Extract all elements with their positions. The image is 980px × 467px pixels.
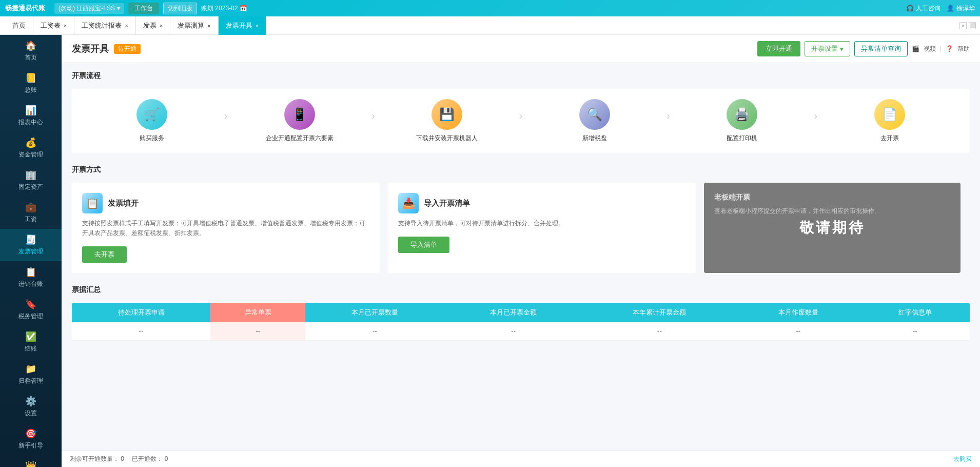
sidebar-item-ledger[interactable]: 📒 总账 xyxy=(0,67,62,100)
video-icon: 🎬 xyxy=(912,45,919,52)
col-month-count: 本月已开票数量 xyxy=(305,303,444,322)
tab-invoice-issue[interactable]: 发票开具 × xyxy=(219,16,266,35)
sidebar-item-archive[interactable]: 📁 归档管理 xyxy=(0,358,62,391)
col-month-amount: 本月已开票金额 xyxy=(444,303,582,322)
arrow-2: › xyxy=(371,110,375,132)
tab-invoice-issue-close[interactable]: × xyxy=(256,23,259,29)
opened-value: 0 xyxy=(165,455,168,462)
coming-soon-text: 敬请期待 xyxy=(799,218,865,238)
calendar-icon[interactable]: 📅 xyxy=(240,5,247,12)
printer-icon: 🖨️ xyxy=(727,99,757,130)
method-card-old: 老板端开票 查看老板端小程序提交的开票申请，并作出相应的审批操作。 敬请期待 xyxy=(704,183,961,273)
top-bar-left: 畅捷通易代账 (勿动) 江西服宝-LSS ▾ 工作台 切到旧版 账期 2023-… xyxy=(5,3,247,14)
open-settings-button[interactable]: 开票设置 ▾ xyxy=(805,41,850,56)
download-icon: 💾 xyxy=(432,99,462,130)
app-logo: 畅捷通易代账 xyxy=(5,4,45,13)
close-window-button[interactable]: × xyxy=(959,22,967,29)
sidebar-item-salary[interactable]: 💼 工资 xyxy=(0,197,62,229)
cell-pending: -- xyxy=(72,322,210,341)
main-layout: 🏠 首页 📒 总账 📊 报表中心 💰 资金管理 🏢 固定资产 💼 工资 🧾 发票… xyxy=(0,35,980,467)
chevron-down-icon2: ▾ xyxy=(840,45,844,53)
method-title-2: 导入开票清单 xyxy=(424,199,470,208)
reports-icon: 📊 xyxy=(25,105,36,116)
settings-icon: ⚙️ xyxy=(25,396,36,407)
col-red-info: 红字信息单 xyxy=(860,303,970,322)
sidebar-item-assets[interactable]: 🏢 固定资产 xyxy=(0,164,62,197)
tab-invoice-close[interactable]: × xyxy=(160,23,163,29)
process-label-2: 企业开通配置开票六要素 xyxy=(266,134,334,143)
sidebar-invoice-label: 发票管理 xyxy=(18,247,43,256)
sidebar-tax-label: 税务管理 xyxy=(18,312,43,321)
process-section-title: 开票流程 xyxy=(72,71,970,81)
cell-month-count: -- xyxy=(305,322,444,341)
tab-home[interactable]: 首页 xyxy=(5,16,33,35)
remaining-value: 0 xyxy=(121,455,124,462)
col-pending: 待处理开票申请 xyxy=(72,303,210,322)
billing-section-title: 开票方式 xyxy=(72,165,970,174)
abnormal-query-button[interactable]: 异常清单查询 xyxy=(854,41,908,56)
sidebar-item-guide[interactable]: 🎯 新手引导 xyxy=(0,423,62,455)
method-desc-1: 支持按照发票样式手工填写开发票；可开具增值税电子普通发票、增值税普通发票、增值税… xyxy=(82,219,369,238)
sidebar-item-reports[interactable]: 📊 报表中心 xyxy=(0,100,62,132)
tab-payroll-stats-close[interactable]: × xyxy=(125,23,128,29)
buy-link[interactable]: 去购买 xyxy=(953,455,972,463)
user-menu[interactable]: 👤 徐泽华 xyxy=(947,4,975,13)
top-bar-right: 🎧 人工咨询 👤 徐泽华 xyxy=(906,4,975,13)
sidebar-salary-label: 工资 xyxy=(25,215,37,224)
import-list-button[interactable]: 导入清单 xyxy=(398,237,449,253)
method-desc-2: 支持导入待开票清单，可对待开票清单进行拆分、合并处理。 xyxy=(398,219,685,228)
sidebar-item-purchase-sales[interactable]: 📋 进销台账 xyxy=(0,261,62,294)
purchase-sales-icon: 📋 xyxy=(25,266,36,278)
arrow-1: › xyxy=(224,110,228,132)
restore-window-button[interactable]: ⬜ xyxy=(969,22,976,29)
tab-payroll-close[interactable]: × xyxy=(64,23,67,29)
col-void-count: 本月作废数量 xyxy=(736,303,860,322)
import-icon: 📥 xyxy=(398,193,419,213)
sidebar-funds-label: 资金管理 xyxy=(18,150,43,159)
sidebar-item-home[interactable]: 🏠 首页 xyxy=(0,35,62,67)
go-invoice-button[interactable]: 去开票 xyxy=(82,246,127,263)
help-icon: ❓ xyxy=(946,45,953,52)
video-label: 视频 xyxy=(924,45,936,53)
customer-service-button[interactable]: 🎧 人工咨询 xyxy=(906,4,940,13)
tab-invoice-calc-close[interactable]: × xyxy=(207,23,210,29)
salary-icon: 💼 xyxy=(25,202,36,213)
open-now-button[interactable]: 立即开通 xyxy=(757,41,800,56)
workbench-button[interactable]: 工作台 xyxy=(128,3,159,14)
home-icon: 🏠 xyxy=(25,40,36,51)
help-label: 帮助 xyxy=(957,45,970,53)
period-label: 账期 2023-02 📅 xyxy=(201,4,247,13)
sidebar-item-invoice[interactable]: 🧾 发票管理 xyxy=(0,229,62,261)
sidebar-item-funds[interactable]: 💰 资金管理 xyxy=(0,132,62,164)
tab-payroll[interactable]: 工资表 × xyxy=(33,16,74,35)
method-header-2: 📥 导入开票清单 xyxy=(398,193,685,213)
sidebar-item-checkout[interactable]: ✅ 结账 xyxy=(0,326,62,358)
process-label-5: 配置打印机 xyxy=(727,134,757,143)
summary-header-row: 待处理开票申请 异常单票 本月已开票数量 本月已开票金额 本年累计开票金额 本月… xyxy=(72,303,970,322)
col-abnormal: 异常单票 xyxy=(210,303,305,322)
company-selector[interactable]: (勿动) 江西服宝-LSS ▾ xyxy=(54,3,124,14)
cell-abnormal: -- xyxy=(210,322,305,341)
sidebar-guide-label: 新手引导 xyxy=(18,441,43,450)
status-badge: 待开通 xyxy=(114,44,141,54)
tab-invoice-calc[interactable]: 发票测算 × xyxy=(170,16,218,35)
old-version-button[interactable]: 切到旧版 xyxy=(163,3,197,14)
sidebar-item-tax[interactable]: 🔖 税务管理 xyxy=(0,294,62,326)
bottom-remaining: 剩余可开通数量： 0 已开通数： 0 xyxy=(70,455,168,463)
checkout-icon: ✅ xyxy=(25,331,36,342)
page-title-row: 发票开具 待开通 xyxy=(72,43,141,55)
page-header: 发票开具 待开通 立即开通 开票设置 ▾ 异常清单查询 🎬 视频 | ❓ 帮助 xyxy=(62,35,980,63)
tab-payroll-stats[interactable]: 工资统计报表 × xyxy=(74,16,135,35)
summary-section: 待处理开票申请 异常单票 本月已开票数量 本月已开票金额 本年累计开票金额 本月… xyxy=(72,303,970,341)
cell-red-info: -- xyxy=(860,322,970,341)
membership-icon: 👑 xyxy=(25,460,36,467)
sidebar-item-membership[interactable]: 👑 畅会员 xyxy=(0,455,62,467)
sidebar-reports-label: 报表中心 xyxy=(18,118,43,127)
page-title: 发票开具 xyxy=(72,43,109,55)
arrow-5: › xyxy=(814,110,818,132)
assets-icon: 🏢 xyxy=(25,169,36,181)
sidebar-checkout-label: 结账 xyxy=(25,344,37,353)
process-step-5: 🖨️ 配置打印机 xyxy=(672,99,812,143)
sidebar-item-settings[interactable]: ⚙️ 设置 xyxy=(0,391,62,423)
tab-invoice[interactable]: 发票 × xyxy=(136,16,170,35)
